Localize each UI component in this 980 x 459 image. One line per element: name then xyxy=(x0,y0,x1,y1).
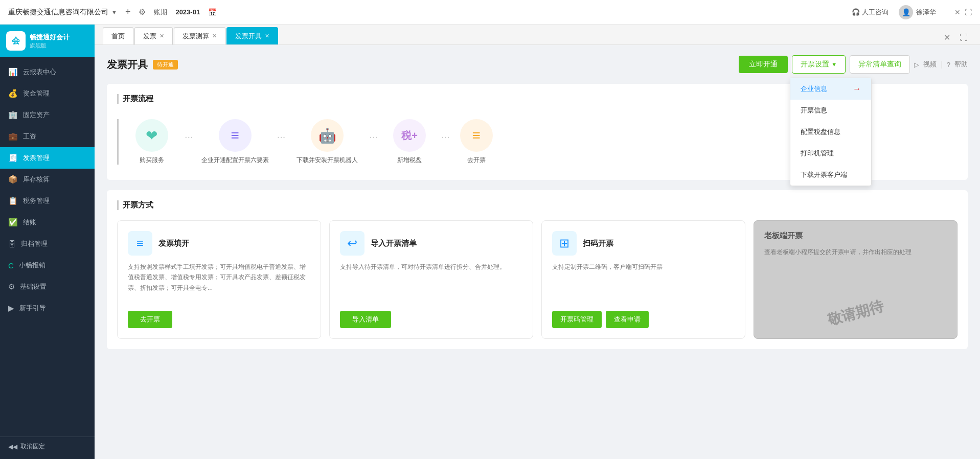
sidebar-item-settings[interactable]: ⚙ 基础设置 xyxy=(0,276,95,297)
method-card-scan: ⊞ 扫码开票 支持定制开票二维码，客户端可扫码开票 开票码管理 查看申请 xyxy=(541,220,745,339)
funds-icon: 💰 xyxy=(8,89,18,98)
tab-home[interactable]: 首页 xyxy=(103,27,133,44)
sidebar-item-invoice[interactable]: 🧾 发票管理 xyxy=(0,147,95,169)
window-controls: ✕ ⛶ xyxy=(954,8,972,16)
import-desc: 支持导入待开票清单，可对待开票清单进行拆分、合并处理。 xyxy=(340,262,522,303)
sidebar-nav: 📊 云报表中心 💰 资金管理 🏢 固定资产 💼 工资 🧾 发票管理 xyxy=(0,57,95,437)
maximize-icon[interactable]: ⛶ xyxy=(965,8,972,16)
chevron-down-icon: ▼ xyxy=(111,9,117,15)
video-label[interactable]: 视频 xyxy=(923,60,937,69)
minimize-icon[interactable]: ✕ xyxy=(954,8,961,16)
page-header: 发票开具 待开通 立即开通 开票设置 ▼ 异常清单查询 ▷ 视频 | ? xyxy=(107,55,968,74)
settings-button[interactable]: 开票设置 ▼ xyxy=(792,55,846,74)
header-right: 🎧 人工咨询 👤 徐泽华 ✕ ⛶ xyxy=(852,5,972,19)
sidebar-item-label: 工资 xyxy=(23,132,36,141)
window-fullscreen-button[interactable]: ⛶ xyxy=(955,31,972,44)
tab-issue-label: 发票开具 xyxy=(235,32,262,41)
boss-title: 老板端开票 xyxy=(764,231,803,241)
step-1-label: 购买服务 xyxy=(140,156,164,165)
step-1-icon: ❤ xyxy=(135,119,168,152)
tab-issue[interactable]: 发票开具 ✕ xyxy=(226,27,278,44)
dropdown-item-ticket[interactable]: 开票信息 xyxy=(790,100,871,121)
import-btn[interactable]: 导入清单 xyxy=(340,311,391,328)
page-title: 发票开具 xyxy=(107,58,148,72)
fill-btn[interactable]: 去开票 xyxy=(128,311,172,328)
dropdown-item-taxdisk[interactable]: 配置税盘信息 xyxy=(790,121,871,143)
archive-icon: 🗄 xyxy=(8,240,16,248)
step-5-icon: ≡ xyxy=(460,119,493,152)
help-icon[interactable]: ? xyxy=(947,61,950,68)
sidebar-item-label: 结账 xyxy=(23,218,36,227)
tab-calc[interactable]: 发票测算 ✕ xyxy=(174,27,225,44)
assets-icon: 🏢 xyxy=(8,110,18,120)
settings-icon[interactable]: ⚙ xyxy=(139,7,146,17)
method-card-import: ↩ 导入开票清单 支持导入待开票清单，可对待开票清单进行拆分、合并处理。 导入清… xyxy=(329,220,533,339)
sidebar-item-label: 云报表中心 xyxy=(23,67,56,77)
sidebar-item-inventory[interactable]: 📦 库存核算 xyxy=(0,169,95,190)
step-3-label: 下载并安装开票机器人 xyxy=(297,156,358,165)
avatar: 👤 xyxy=(899,5,913,19)
sidebar-item-funds[interactable]: 💰 资金管理 xyxy=(0,83,95,104)
fill-title: 发票填开 xyxy=(158,239,189,248)
dropdown-item-download[interactable]: 下载开票客户端 xyxy=(790,164,871,186)
sidebar-item-label: 归档管理 xyxy=(21,239,48,248)
anomaly-button[interactable]: 异常清单查询 xyxy=(850,55,910,74)
sidebar-item-label: 小畅报销 xyxy=(19,261,45,270)
dropdown-item-company[interactable]: 企业信息 → xyxy=(790,78,871,100)
headset-icon: 🎧 xyxy=(852,8,860,16)
tab-close-icon[interactable]: ✕ xyxy=(265,33,269,39)
settings-gear-icon: ⚙ xyxy=(8,282,15,291)
methods-section-title: 开票方式 xyxy=(117,200,958,210)
scan-btn2[interactable]: 查看申请 xyxy=(606,311,649,328)
sidebar-item-reports[interactable]: 📊 云报表中心 xyxy=(0,61,95,83)
consultation-button[interactable]: 🎧 人工咨询 xyxy=(852,8,888,17)
tab-invoice[interactable]: 发票 ✕ xyxy=(134,27,173,44)
sidebar-item-label: 库存核算 xyxy=(23,175,50,184)
sidebar-item-salary[interactable]: 💼 工资 xyxy=(0,126,95,147)
sidebar-item-label: 发票管理 xyxy=(23,153,50,163)
method-card-boss: 老板端开票 查看老板端小程序提交的开票申请，并作出相应的处理 敬请期待 xyxy=(754,220,958,339)
sidebar-item-label: 基础设置 xyxy=(20,282,47,291)
step-3-icon: 🤖 xyxy=(311,119,344,152)
tab-calc-label: 发票测算 xyxy=(183,32,209,41)
settlement-icon: ✅ xyxy=(8,218,18,227)
dropdown-item-printer[interactable]: 打印机管理 xyxy=(790,143,871,164)
tab-close-icon[interactable]: ✕ xyxy=(159,33,164,39)
sidebar-item-expense[interactable]: C 小畅报销 xyxy=(0,255,95,276)
sidebar-item-settlement[interactable]: ✅ 结账 xyxy=(0,212,95,233)
window-close-button[interactable]: ✕ xyxy=(940,31,954,44)
add-button[interactable]: + xyxy=(125,7,131,17)
period-value: 2023-01 xyxy=(175,8,200,16)
process-step-4: 税+ 新增税盘 xyxy=(384,119,435,165)
methods-section: 开票方式 ≡ 发票填开 支持按照发票样式手工填开发票；可开具增值税电子普通发票、… xyxy=(107,190,968,349)
sidebar-collapse[interactable]: ◀◀ 取消固定 xyxy=(0,437,95,459)
sidebar-item-guide[interactable]: ▶ 新手引导 xyxy=(0,297,95,319)
expense-icon: C xyxy=(8,261,14,270)
company-selector[interactable]: 重庆畅捷交通信息咨询有限公司 ▼ xyxy=(8,8,117,17)
scan-icon: ⊞ xyxy=(552,231,577,256)
activate-button[interactable]: 立即开通 xyxy=(739,56,788,73)
period-label: 账期 xyxy=(154,8,167,17)
process-step-2: ≡ 企业开通配置开票六要素 xyxy=(199,119,271,165)
app-edition: 旗舰版 xyxy=(30,42,70,50)
sidebar-item-assets[interactable]: 🏢 固定资产 xyxy=(0,104,95,126)
video-icon[interactable]: ▷ xyxy=(914,61,919,68)
boss-desc: 查看老板端小程序提交的开票申请，并作出相应的处理 xyxy=(764,247,947,288)
user-info[interactable]: 👤 徐泽华 xyxy=(899,5,936,19)
step-4-icon: 税+ xyxy=(393,119,426,152)
tax-icon: 📋 xyxy=(8,196,18,205)
help-label[interactable]: 帮助 xyxy=(954,60,968,69)
sidebar-item-label: 税务管理 xyxy=(23,196,50,205)
calendar-icon[interactable]: 📅 xyxy=(208,8,217,16)
invoice-icon: 🧾 xyxy=(8,153,18,163)
salary-icon: 💼 xyxy=(8,132,18,141)
app-name: 畅捷通好会计 xyxy=(30,33,70,42)
tab-close-icon[interactable]: ✕ xyxy=(212,33,217,39)
sidebar-item-archive[interactable]: 🗄 归档管理 xyxy=(0,233,95,255)
inventory-icon: 📦 xyxy=(8,175,18,184)
scan-btn1[interactable]: 开票码管理 xyxy=(552,311,602,328)
sidebar-item-label: 固定资产 xyxy=(23,110,50,120)
collapse-icon: ◀◀ xyxy=(8,443,17,450)
sidebar-item-tax[interactable]: 📋 税务管理 xyxy=(0,190,95,212)
tab-home-label: 首页 xyxy=(111,32,125,41)
